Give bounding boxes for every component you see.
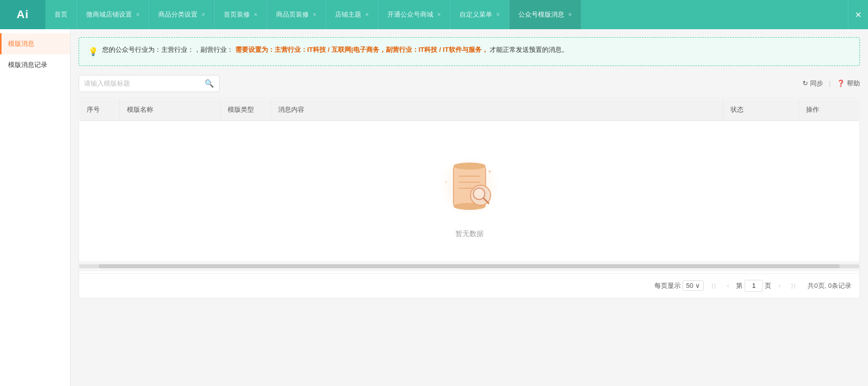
close-tab-home-decor[interactable]: × — [254, 11, 257, 18]
col-header-type: 模版类型 — [221, 99, 271, 120]
close-tab-shop-theme[interactable]: × — [365, 11, 369, 18]
notice-suffix: 才能正常发送预置的消息。 — [490, 46, 568, 53]
notice-banner: 💡 您的公众号行业为：主营行业：，副营行业： 需要设置为：主营行业：IT科技 /… — [79, 37, 860, 66]
scrollbar-wrap — [79, 261, 859, 271]
close-all-tabs-button[interactable]: ✕ — [848, 0, 868, 29]
nav-tab-open-mall[interactable]: 开通公众号商城× — [378, 0, 450, 29]
nav-tab-custom-menu[interactable]: 自定义菜单× — [450, 0, 509, 29]
search-bar: 🔍 ↻ 同步 | ❓ 帮助 — [79, 75, 860, 92]
sidebar: 模版消息模版消息记录 — [0, 29, 71, 386]
empty-state: ✦ ✦ 暂无数据 — [80, 121, 859, 259]
content-area: 💡 您的公众号行业为：主营行业：，副营行业： 需要设置为：主营行业：IT科技 /… — [71, 29, 868, 386]
chevron-down-icon: ∨ — [695, 282, 700, 289]
svg-text:✦: ✦ — [487, 168, 492, 175]
page-size-label: 每页显示 — [654, 281, 681, 290]
help-button[interactable]: ❓ 帮助 — [837, 79, 860, 88]
page-unit: 页 — [765, 281, 771, 290]
close-tab-product-decor[interactable]: × — [313, 11, 316, 18]
top-nav: Ai 首页微商城店铺设置×商品分类设置×首页装修×商品页装修×店铺主题×开通公众… — [0, 0, 868, 29]
page-input[interactable] — [745, 280, 763, 292]
sidebar-item-template-msg[interactable]: 模版消息 — [0, 33, 70, 54]
app-logo: Ai — [0, 0, 45, 29]
notice-icon: 💡 — [88, 45, 98, 58]
close-tab-shop-settings[interactable]: × — [136, 11, 140, 18]
first-page-button[interactable]: ⟨⟨ — [708, 280, 720, 292]
nav-tab-category-settings[interactable]: 商品分类设置× — [149, 0, 215, 29]
next-page-button[interactable]: › — [773, 280, 785, 292]
logo-text: Ai — [17, 8, 29, 21]
page-size-value: 50 — [686, 282, 693, 289]
scrollbar-track[interactable] — [79, 264, 859, 268]
help-icon: ❓ — [837, 80, 845, 87]
table-container: 序号 模版名称 模版类型 消息内容 状态 操作 — [79, 98, 860, 298]
col-header-action: 操作 — [799, 99, 859, 120]
nav-tab-product-decor[interactable]: 商品页装修× — [267, 0, 326, 29]
notice-text: 您的公众号行业为：主营行业：，副营行业： 需要设置为：主营行业：IT科技 / 互… — [102, 45, 568, 55]
sync-button[interactable]: ↻ 同步 — [803, 79, 823, 88]
nav-tab-template-msg[interactable]: 公众号模版消息× — [509, 0, 581, 29]
svg-text:✦: ✦ — [444, 180, 448, 185]
empty-text: 暂无数据 — [455, 229, 484, 239]
main-layout: 模版消息模版消息记录 💡 您的公众号行业为：主营行业：，副营行业： 需要设置为：… — [0, 29, 868, 386]
svg-point-11 — [474, 188, 485, 199]
help-label: 帮助 — [847, 79, 860, 88]
search-input[interactable] — [84, 80, 205, 87]
close-tab-category-settings[interactable]: × — [202, 11, 205, 18]
toolbar-divider: | — [829, 80, 831, 87]
nav-tab-home[interactable]: 首页 — [45, 0, 77, 29]
page-label: 第 — [736, 281, 743, 290]
page-size-select: 每页显示 50 ∨ — [654, 280, 704, 291]
close-tab-open-mall[interactable]: × — [437, 11, 441, 18]
page-total: 共0页, 0条记录 — [808, 281, 851, 290]
table-header: 序号 模版名称 模版类型 消息内容 状态 操作 — [80, 99, 859, 120]
table-body: ✦ ✦ 暂无数据 — [80, 120, 859, 259]
toolbar-right: ↻ 同步 | ❓ 帮助 — [803, 79, 860, 88]
pagination: 每页显示 50 ∨ ⟨⟨ ‹ 第 页 › ⟩⟩ 共0页, 0条记录 — [79, 273, 859, 298]
search-button[interactable]: 🔍 — [205, 79, 214, 88]
nav-tab-shop-theme[interactable]: 店铺主题× — [326, 0, 378, 29]
scrollbar-thumb[interactable] — [99, 264, 840, 268]
sync-label: 同步 — [810, 79, 823, 88]
sidebar-item-template-msg-record[interactable]: 模版消息记录 — [0, 54, 70, 75]
col-header-name: 模版名称 — [120, 99, 221, 120]
nav-tabs: 首页微商城店铺设置×商品分类设置×首页装修×商品页装修×店铺主题×开通公众号商城… — [45, 0, 848, 29]
notice-highlight: 需要设置为：主营行业：IT科技 / 互联网|电子商务，副营行业：IT科技 / I… — [235, 46, 488, 53]
data-table: 序号 模版名称 模版类型 消息内容 状态 操作 — [79, 99, 859, 259]
page-nav: ⟨⟨ ‹ 第 页 › ⟩⟩ — [708, 280, 799, 292]
col-header-content: 消息内容 — [271, 99, 723, 120]
svg-point-3 — [453, 163, 486, 170]
prev-page-button[interactable]: ‹ — [722, 280, 734, 292]
close-tab-template-msg[interactable]: × — [568, 11, 572, 18]
page-size-dropdown[interactable]: 50 ∨ — [683, 280, 704, 291]
nav-tab-shop-settings[interactable]: 微商城店铺设置× — [77, 0, 149, 29]
sync-icon: ↻ — [803, 80, 808, 87]
notice-prefix: 您的公众号行业为：主营行业：，副营行业： — [102, 46, 233, 53]
search-input-wrap: 🔍 — [79, 75, 220, 92]
close-tab-custom-menu[interactable]: × — [496, 11, 500, 18]
col-header-seq: 序号 — [80, 99, 120, 120]
empty-icon: ✦ ✦ — [434, 151, 505, 221]
nav-tab-home-decor[interactable]: 首页装修× — [215, 0, 267, 29]
col-header-status: 状态 — [723, 99, 799, 120]
last-page-button[interactable]: ⟩⟩ — [787, 280, 799, 292]
